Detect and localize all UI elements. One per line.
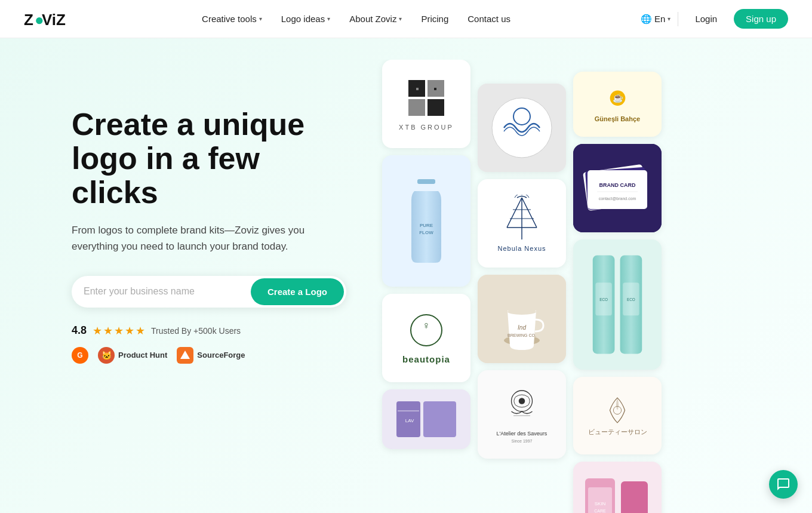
gunesli-name: Güneşli Bahçe <box>595 115 640 122</box>
svg-text:♀: ♀ <box>422 320 430 331</box>
svg-text:CARE: CARE <box>594 509 606 513</box>
producthunt-badge: 🐱 Product Hunt <box>98 347 167 364</box>
navigation: Z ● ViZ Creative tools ▾ Logo ideas ▾ Ab… <box>0 0 812 38</box>
hero-section: Create a unique logo in a few clicks Fro… <box>0 0 812 513</box>
logo-creation-form: Create a Logo <box>72 276 346 308</box>
nav-right: 🌐 En ▾ Login Sign up <box>641 9 788 29</box>
svg-text:FLOW: FLOW <box>419 230 433 235</box>
nav-creative-tools[interactable]: Creative tools ▾ <box>195 9 269 29</box>
signup-button[interactable]: Sign up <box>734 9 788 29</box>
svg-text:LAV: LAV <box>405 418 414 423</box>
business-card-card: BRAND CARD contact@brand.com <box>573 144 662 232</box>
hero-left: Create a unique logo in a few clicks Fro… <box>72 60 346 364</box>
svg-rect-16 <box>423 401 456 437</box>
producthunt-label: Product Hunt <box>118 351 167 360</box>
saveur-logo-card: L'Atelier des Saveurs Since 1997 <box>478 370 566 459</box>
svg-point-32 <box>508 309 536 315</box>
svg-text:SKIN: SKIN <box>595 501 606 506</box>
rating-text: Trusted By +500k Users <box>151 326 241 336</box>
nav-contact[interactable]: Contact us <box>460 9 518 29</box>
beautopia-logo-card: ♀ beautopia <box>382 294 470 382</box>
svg-rect-41 <box>588 170 647 209</box>
trust-badges: G 🐱 Product Hunt SourceForge <box>72 347 346 364</box>
svg-text:BREWING CO.: BREWING CO. <box>508 333 536 337</box>
svg-rect-10 <box>417 179 435 184</box>
chevron-down-icon: ▾ <box>327 16 330 22</box>
svg-marker-3 <box>180 351 190 359</box>
g2-badge: G <box>72 347 88 364</box>
svg-text:contact@brand.com: contact@brand.com <box>599 196 636 201</box>
rating-number: 4.8 <box>72 324 87 337</box>
login-button[interactable]: Login <box>685 9 727 29</box>
svg-text:Ind: Ind <box>518 324 526 331</box>
chevron-down-icon: ▾ <box>668 16 670 22</box>
bluwave-logo-card <box>478 84 566 172</box>
ind-coffee-card: Ind BREWING CO. <box>478 275 566 363</box>
g2-icon: G <box>72 347 88 364</box>
xtb-logo-card: XTB GROUP <box>382 60 470 148</box>
svg-point-34 <box>519 398 525 404</box>
language-selector[interactable]: 🌐 En ▾ <box>641 14 670 24</box>
nav-divider <box>678 12 678 26</box>
svg-point-20 <box>492 98 552 158</box>
logo-column-3: ☕ Güneşli Bahçe BRAND CARD contact@brand… <box>573 72 662 513</box>
beauty-jp-logo-card: ビューティーサロン <box>573 377 662 454</box>
saveur-name: L'Atelier des Saveurs <box>497 431 548 437</box>
svg-rect-9 <box>434 88 436 90</box>
beautopia-name: beautopia <box>402 354 450 364</box>
star-1: ★ <box>93 324 102 337</box>
rating-section: 4.8 ★ ★ ★ ★ ★ Trusted By +500k Users <box>72 324 346 337</box>
xtb-name: XTB GROUP <box>399 124 454 131</box>
chevron-down-icon: ▾ <box>259 16 262 22</box>
svg-rect-17 <box>398 410 419 411</box>
logo-showcase: XTB GROUP PURE FLOW <box>346 60 788 513</box>
create-logo-button[interactable]: Create a Logo <box>251 278 344 305</box>
svg-rect-53 <box>621 481 648 513</box>
logo-column-1: XTB GROUP PURE FLOW <box>382 60 470 513</box>
sourceforge-icon <box>177 347 193 364</box>
sourceforge-label: SourceForge <box>197 351 245 360</box>
gunesli-logo-card: ☕ Güneşli Bahçe <box>573 72 662 137</box>
nav-logo-ideas[interactable]: Logo ideas ▾ <box>274 9 337 29</box>
lavender-card: LAV <box>382 389 470 449</box>
sourceforge-badge: SourceForge <box>177 347 245 364</box>
svg-text:PURE: PURE <box>420 223 433 228</box>
svg-text:ECO: ECO <box>599 298 608 302</box>
producthunt-icon: 🐱 <box>98 347 115 364</box>
nav-links: Creative tools ▾ Logo ideas ▾ About Zovi… <box>195 9 518 29</box>
logo[interactable]: Z ● ViZ <box>24 10 72 29</box>
nav-pricing[interactable]: Pricing <box>414 9 456 29</box>
star-4: ★ <box>125 324 134 337</box>
star-5: ★ <box>136 324 145 337</box>
chat-button[interactable] <box>769 470 798 499</box>
pureflow-logo-card: PURE FLOW <box>382 155 470 287</box>
nav-about[interactable]: About Zoviz ▾ <box>342 9 409 29</box>
chevron-down-icon: ▾ <box>399 16 402 22</box>
star-rating: ★ ★ ★ ★ ★ <box>93 324 145 337</box>
teal-package-card: ECO ECO <box>573 239 662 370</box>
hero-title: Create a unique logo in a few clicks <box>72 107 346 210</box>
svg-text:ViZ: ViZ <box>42 11 66 29</box>
svg-rect-7 <box>427 99 444 116</box>
svg-line-23 <box>507 198 522 228</box>
business-name-input[interactable] <box>72 276 248 308</box>
globe-icon: 🌐 <box>641 14 652 24</box>
nebula-logo-card: Nebula Nexus <box>478 179 566 268</box>
star-2: ★ <box>103 324 113 337</box>
star-3: ★ <box>114 324 124 337</box>
svg-rect-6 <box>408 99 425 116</box>
pink-package-card: SKIN CARE <box>573 462 662 513</box>
saveur-since: Since 1997 <box>511 439 532 443</box>
svg-text:☕: ☕ <box>612 93 623 103</box>
svg-text:ECO: ECO <box>627 298 635 302</box>
svg-text:BRAND CARD: BRAND CARD <box>599 182 636 188</box>
svg-line-24 <box>522 198 537 228</box>
beauty-jp-name: ビューティーサロン <box>588 428 647 437</box>
nebula-name: Nebula Nexus <box>497 245 546 252</box>
logo-column-2: Nebula Nexus Ind BREWING CO. <box>478 84 566 513</box>
hero-subtitle: From logos to complete brand kits—Zoviz … <box>72 222 346 254</box>
svg-rect-8 <box>416 88 419 90</box>
svg-text:Z: Z <box>24 11 33 29</box>
